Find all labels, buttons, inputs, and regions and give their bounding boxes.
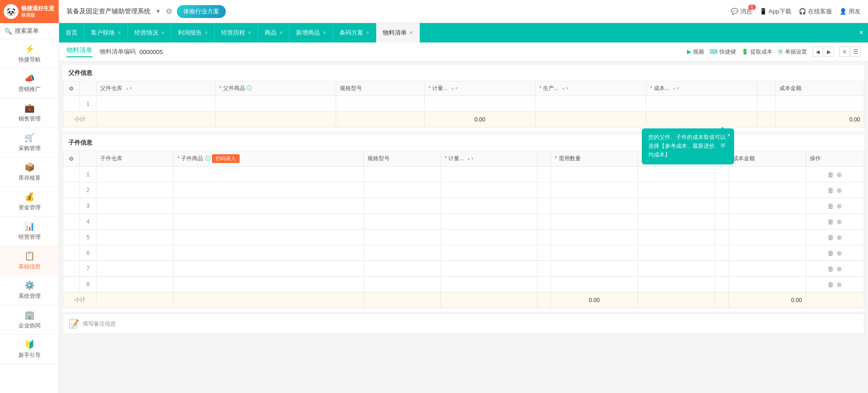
delete-row-icon[interactable]: 🗑 bbox=[827, 171, 834, 178]
child-row4-spec[interactable] bbox=[363, 214, 440, 230]
tab-close-new-goods[interactable]: × bbox=[323, 30, 326, 36]
child-row3-unit[interactable] bbox=[440, 198, 537, 214]
delete-row-icon[interactable]: 🗑 bbox=[827, 218, 834, 225]
messages-button[interactable]: 💬 消息 6 bbox=[731, 7, 752, 16]
child-row3-unit-cost[interactable] bbox=[638, 198, 715, 214]
child-row6-goods[interactable] bbox=[174, 245, 364, 261]
child-row4-warehouse[interactable] bbox=[96, 214, 174, 230]
child-row7-unit[interactable] bbox=[440, 261, 537, 277]
child-row5-warehouse[interactable] bbox=[96, 230, 174, 245]
sidebar-item-operation[interactable]: 📊 经营管理 bbox=[0, 217, 59, 246]
extract-cost-button[interactable]: 💲 提取成本 bbox=[741, 48, 772, 56]
scan-input-button[interactable]: 扫码录入 bbox=[212, 154, 240, 163]
child-row3-spec[interactable] bbox=[363, 198, 440, 214]
tab-close-history[interactable]: × bbox=[248, 30, 251, 36]
sidebar-item-system[interactable]: ⚙️ 系统管理 bbox=[0, 276, 59, 305]
tab-profit[interactable]: 利润报告 × bbox=[171, 23, 215, 42]
delete-row-icon[interactable]: 🗑 bbox=[827, 265, 834, 272]
copy-row-icon[interactable]: ⊕ bbox=[837, 265, 842, 272]
sidebar-item-enterprise[interactable]: 🏢 企业协同 bbox=[0, 305, 59, 335]
online-service-button[interactable]: 🎧 在线客服 bbox=[799, 7, 832, 16]
parent-row1-goods[interactable] bbox=[215, 96, 336, 112]
tab-close-operations[interactable]: × bbox=[161, 30, 164, 36]
tab-goods[interactable]: 商品 × bbox=[258, 23, 289, 42]
tab-operations[interactable]: 经营情况 × bbox=[128, 23, 171, 42]
child-row1-required-qty[interactable] bbox=[551, 167, 638, 182]
delete-row-icon[interactable]: 🗑 bbox=[827, 249, 834, 257]
sidebar-item-basic[interactable]: 📋 基础信息 bbox=[0, 246, 59, 276]
child-row4-goods[interactable] bbox=[174, 214, 364, 230]
copy-row-icon[interactable]: ⊕ bbox=[837, 234, 842, 241]
copy-row-icon[interactable]: ⊕ bbox=[837, 171, 842, 178]
child-row5-unit[interactable] bbox=[440, 230, 537, 245]
delete-row-icon[interactable]: 🗑 bbox=[827, 202, 834, 210]
tab-close-goods[interactable]: × bbox=[279, 30, 283, 36]
sidebar-item-finance[interactable]: 💰 资金管理 bbox=[0, 187, 59, 217]
child-row7-goods[interactable] bbox=[174, 261, 364, 277]
remark-placeholder[interactable]: 填写备注信息 bbox=[83, 320, 116, 328]
tab-close-customers[interactable]: × bbox=[118, 30, 121, 36]
tab-close-bom[interactable]: × bbox=[410, 30, 413, 36]
sidebar-item-sales[interactable]: 💼 销售管理 bbox=[0, 98, 59, 128]
sidebar-item-purchase[interactable]: 🛒 采购管理 bbox=[0, 128, 59, 157]
child-row2-unit-cost[interactable] bbox=[638, 182, 715, 198]
child-settings-icon[interactable]: ⚙ bbox=[69, 156, 74, 162]
settings-gear-icon[interactable]: ⚙ bbox=[69, 85, 74, 92]
child-row8-unit-cost[interactable] bbox=[638, 277, 715, 292]
child-row6-warehouse[interactable] bbox=[96, 245, 174, 261]
search-menu[interactable]: 🔍 搜索菜单 bbox=[0, 23, 59, 39]
child-row5-required-qty[interactable] bbox=[551, 230, 638, 245]
child-row4-unit[interactable] bbox=[440, 214, 537, 230]
child-row1-unit-cost[interactable] bbox=[638, 167, 715, 182]
child-row1-spec[interactable] bbox=[363, 167, 440, 182]
child-row5-spec[interactable] bbox=[363, 230, 440, 245]
child-row1-warehouse[interactable] bbox=[96, 167, 174, 182]
user-menu[interactable]: 👤 用友 bbox=[839, 7, 861, 16]
child-row3-goods[interactable] bbox=[174, 198, 364, 214]
copy-row-icon[interactable]: ⊕ bbox=[837, 202, 842, 210]
parent-row1-spec[interactable] bbox=[336, 96, 424, 112]
child-row6-unit-cost[interactable] bbox=[638, 245, 715, 261]
child-row5-unit-cost[interactable] bbox=[638, 230, 715, 245]
tab-home[interactable]: 首页 bbox=[59, 23, 84, 42]
child-row2-spec[interactable] bbox=[363, 182, 440, 198]
child-row6-spec[interactable] bbox=[363, 245, 440, 261]
single-settings-button[interactable]: ⚙ 单据设置 bbox=[778, 48, 807, 56]
delete-row-icon[interactable]: 🗑 bbox=[827, 281, 834, 288]
child-row6-unit[interactable] bbox=[440, 245, 537, 261]
child-row8-unit[interactable] bbox=[440, 277, 537, 292]
child-row6-required-qty[interactable] bbox=[551, 245, 638, 261]
sub-tab-bom-list[interactable]: 物料清单 bbox=[66, 46, 92, 57]
child-row2-warehouse[interactable] bbox=[96, 182, 174, 198]
topbar-settings-icon[interactable]: ⚙ bbox=[166, 7, 172, 16]
tab-new-goods[interactable]: 新增商品 × bbox=[289, 23, 333, 42]
parent-row1-cost[interactable] bbox=[646, 96, 757, 112]
copy-row-icon[interactable]: ⊕ bbox=[837, 187, 842, 194]
trial-button[interactable]: 体验行业方案 bbox=[177, 5, 226, 18]
view-list[interactable]: ≡ bbox=[839, 47, 850, 57]
child-row8-goods[interactable] bbox=[174, 277, 364, 292]
child-row3-warehouse[interactable] bbox=[96, 198, 174, 214]
topbar-dropdown-icon[interactable]: ▼ bbox=[155, 8, 161, 15]
child-row8-spec[interactable] bbox=[363, 277, 440, 292]
child-row4-required-qty[interactable] bbox=[551, 214, 638, 230]
child-row8-warehouse[interactable] bbox=[96, 277, 174, 292]
parent-row1-unit[interactable] bbox=[424, 96, 535, 112]
child-row3-required-qty[interactable] bbox=[551, 198, 638, 214]
sidebar-item-marketing[interactable]: 📣 营销推广 bbox=[0, 69, 59, 98]
child-row4-unit-cost[interactable] bbox=[638, 214, 715, 230]
child-row2-goods[interactable] bbox=[174, 182, 364, 198]
parent-row1-warehouse[interactable] bbox=[96, 96, 216, 112]
sidebar-item-inventory[interactable]: 📦 库存核算 bbox=[0, 157, 59, 187]
close-all-tabs[interactable]: × bbox=[855, 29, 868, 37]
tab-close-profit[interactable]: × bbox=[205, 30, 208, 36]
child-row7-spec[interactable] bbox=[363, 261, 440, 277]
copy-row-icon[interactable]: ⊕ bbox=[837, 249, 842, 257]
delete-row-icon[interactable]: 🗑 bbox=[827, 234, 834, 241]
child-row1-unit[interactable] bbox=[440, 167, 537, 182]
tab-customers[interactable]: 客户联络 × bbox=[84, 23, 128, 42]
tooltip-close-button[interactable]: × bbox=[727, 131, 730, 140]
tab-barcode[interactable]: 条码方案 × bbox=[333, 23, 376, 42]
child-row7-warehouse[interactable] bbox=[96, 261, 174, 277]
child-row2-unit[interactable] bbox=[440, 182, 537, 198]
